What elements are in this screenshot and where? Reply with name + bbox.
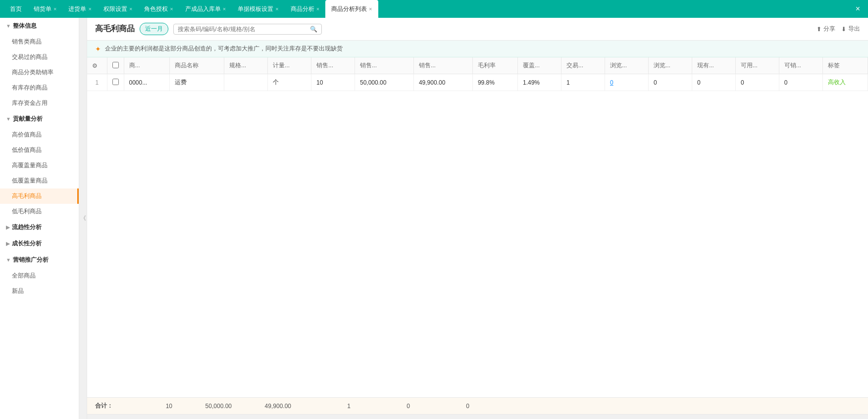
sidebar-collapse-button[interactable]: 《 (79, 18, 87, 419)
sidebar-item-high-coverage[interactable]: 高覆盖量商品 (0, 158, 79, 173)
tab-product-analysis-list[interactable]: 商品分析列表 × (325, 0, 378, 18)
col-stock-current[interactable]: 现有... (692, 57, 735, 74)
share-button[interactable]: ⬆ 分享 (817, 25, 835, 33)
filter-recent-month-button[interactable]: 近一月 (140, 23, 168, 35)
col-stock-available[interactable]: 可用... (735, 57, 779, 74)
sidebar-item-high-value[interactable]: 高价值商品 (0, 127, 79, 142)
col-sales-qty[interactable]: 销售... (311, 57, 355, 74)
close-icon[interactable]: × (170, 6, 173, 12)
sidebar: ▼ 整体信息 销售类商品 交易过的商品 商品分类助销率 有库存的商品 库存资金占… (0, 18, 79, 419)
tab-purchase[interactable]: 进货单 × (62, 0, 97, 18)
info-banner: ✦ 企业的主要的利润都是这部分商品创造的，可考虑加大推广，同时关注库存是不要出现… (87, 41, 868, 57)
close-icon[interactable]: × (129, 6, 132, 12)
row-unit: 个 (268, 74, 311, 91)
sidebar-item-low-value[interactable]: 低价值商品 (0, 142, 79, 158)
footer-sales-amount: 50,000.00 (192, 403, 232, 410)
tab-product-analysis[interactable]: 商品分析 × (285, 0, 325, 18)
tab-product-inbound[interactable]: 产成品入库单 × (179, 0, 232, 18)
main-layout: ▼ 整体信息 销售类商品 交易过的商品 商品分类助销率 有库存的商品 库存资金占… (0, 18, 868, 419)
search-icon[interactable]: 🔍 (310, 26, 317, 33)
chevron-left-icon: 《 (80, 214, 86, 223)
sidebar-item-traded-goods[interactable]: 交易过的商品 (0, 49, 79, 65)
footer-transaction: 1 (311, 403, 351, 410)
sidebar-item-sales-goods[interactable]: 销售类商品 (0, 34, 79, 49)
footer-stock-current: 0 (370, 403, 410, 410)
horizontal-scrollbar[interactable] (87, 414, 868, 419)
share-icon: ⬆ (817, 26, 821, 33)
col-unit[interactable]: 计量... (268, 57, 311, 74)
sidebar-item-in-stock-goods[interactable]: 有库存的商品 (0, 80, 79, 95)
info-icon: ✦ (95, 45, 101, 53)
row-code[interactable]: 0000... (124, 74, 169, 91)
tab-role-auth[interactable]: 角色授权 × (138, 0, 179, 18)
table-row: 1 0000... 运费 个 10 50,000.00 49,900.00 99… (87, 74, 868, 91)
col-sales-profit[interactable]: 销售... (413, 57, 472, 74)
row-name: 运费 (169, 74, 224, 91)
chevron-right-icon: ▶ (6, 241, 10, 246)
sidebar-group-marketing[interactable]: ▼ 营销推广分析 (0, 252, 79, 268)
tab-sales[interactable]: 销货单 × (28, 0, 62, 18)
sidebar-item-new-goods[interactable]: 新品 (0, 283, 79, 299)
header-actions: ⬆ 分享 ⬇ 导出 (817, 25, 860, 33)
sidebar-item-all-goods[interactable]: 全部商品 (0, 268, 79, 283)
close-all-tabs-button[interactable]: × (852, 4, 864, 13)
row-sales-amount: 50,000.00 (355, 74, 414, 91)
col-gross-margin[interactable]: 毛利率 (472, 57, 517, 74)
row-browse2: 0 (648, 74, 692, 91)
col-coverage[interactable]: 覆盖... (518, 57, 562, 74)
row-spec (224, 74, 268, 91)
search-box[interactable]: 🔍 (173, 24, 322, 35)
row-sales-qty: 10 (311, 74, 355, 91)
row-transaction: 1 (562, 74, 605, 91)
chevron-down-icon: ▼ (6, 23, 11, 29)
col-stock-sellable[interactable]: 可销... (779, 57, 822, 74)
col-spec[interactable]: 规格... (224, 57, 268, 74)
data-table: ⚙ 商... 商品名称 规格... 计量... 销售... 销售... 销售..… (87, 57, 868, 91)
close-icon[interactable]: × (316, 6, 319, 12)
sidebar-item-category-sales-rate[interactable]: 商品分类助销率 (0, 65, 79, 80)
tab-permission-settings[interactable]: 权限设置 × (98, 0, 138, 18)
sidebar-item-low-coverage[interactable]: 低覆盖量商品 (0, 173, 79, 188)
export-button[interactable]: ⬇ 导出 (841, 25, 860, 33)
content-area: 高毛利商品 近一月 🔍 ⬆ 分享 ⬇ 导出 ✦ 企业的主要的利润都是这部分商品创… (87, 18, 868, 419)
export-icon: ⬇ (841, 26, 846, 33)
sidebar-item-high-margin[interactable]: 高毛利商品 (0, 188, 79, 204)
close-icon[interactable]: × (223, 6, 226, 12)
sidebar-item-low-margin[interactable]: 低毛利商品 (0, 204, 79, 219)
sidebar-group-overall[interactable]: ▼ 整体信息 (0, 18, 79, 34)
chevron-right-icon: ▶ (6, 225, 10, 230)
select-all-checkbox[interactable] (112, 62, 119, 68)
row-browse1[interactable]: 0 (605, 74, 648, 91)
col-settings[interactable]: ⚙ (87, 57, 107, 74)
col-browse2[interactable]: 浏览... (648, 57, 692, 74)
page-title: 高毛利商品 (95, 24, 135, 34)
col-tag[interactable]: 标签 (822, 57, 868, 74)
row-gross-margin: 99.8% (472, 74, 517, 91)
col-transaction[interactable]: 交易... (562, 57, 605, 74)
close-icon[interactable]: × (275, 6, 278, 12)
footer-sales-qty: 10 (133, 403, 172, 410)
col-code[interactable]: 商... (124, 57, 169, 74)
tab-template-settings[interactable]: 单据模板设置 × (232, 0, 284, 18)
col-sales-amount[interactable]: 销售... (355, 57, 414, 74)
row-num: 1 (87, 74, 107, 91)
row-checkbox[interactable] (107, 74, 124, 91)
chevron-down-icon: ▼ (6, 257, 11, 263)
chevron-down-icon: ▼ (6, 116, 11, 122)
table-header-row: ⚙ 商... 商品名称 规格... 计量... 销售... 销售... 销售..… (87, 57, 868, 74)
tab-home[interactable]: 首页 (4, 0, 28, 18)
row-sales-profit: 49,900.00 (413, 74, 472, 91)
close-icon[interactable]: × (88, 6, 91, 12)
col-checkbox[interactable] (107, 57, 124, 74)
search-input[interactable] (178, 26, 308, 33)
sidebar-group-growth[interactable]: ▶ 成长性分析 (0, 235, 79, 252)
col-browse1[interactable]: 浏览... (605, 57, 648, 74)
row-coverage: 1.49% (518, 74, 562, 91)
row-select-checkbox[interactable] (112, 79, 119, 85)
col-name[interactable]: 商品名称 (169, 57, 224, 74)
sidebar-item-inventory-capital[interactable]: 库存资金占用 (0, 95, 79, 111)
sidebar-group-flow[interactable]: ▶ 流趋性分析 (0, 219, 79, 235)
close-icon[interactable]: × (53, 6, 56, 12)
sidebar-group-contribution[interactable]: ▼ 贡献量分析 (0, 111, 79, 127)
close-icon[interactable]: × (369, 6, 372, 12)
